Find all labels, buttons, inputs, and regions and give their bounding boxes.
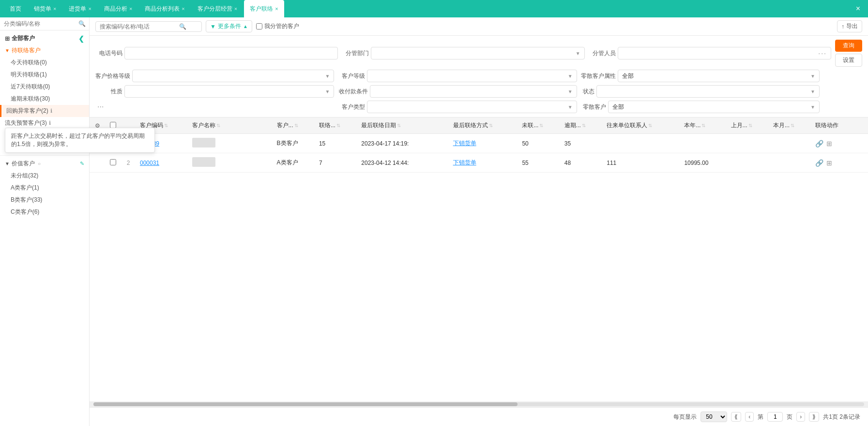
nav-close-sales[interactable]: × (53, 6, 56, 12)
nav-item-customer-contact[interactable]: 客户联络 × (244, 0, 284, 17)
action-grid-icon-1[interactable]: ⊞ (826, 140, 832, 147)
col-overdue[interactable]: 逾期... ⇅ (561, 118, 603, 134)
nature-select[interactable]: ▼ (124, 85, 334, 98)
sidebar-item-tomorrow[interactable]: 明天待联络(1) (0, 69, 89, 81)
filter-field-manager: 分管人员 ··· (589, 47, 831, 59)
dept-select[interactable]: ▼ (371, 47, 584, 59)
sort-icon-contact: ⇅ (336, 123, 340, 128)
filter-field-retail-attr: 零散客户属性 全部 ▼ (581, 70, 820, 82)
search-icon[interactable]: 🔍 (78, 20, 86, 27)
cust-level-select[interactable]: ▼ (367, 70, 577, 82)
filter-bar: 🔍 ▼ 更多条件 ▲ 我分管的客户 ↑ 导出 (90, 17, 868, 36)
cell-pending-1: 50 (518, 134, 560, 153)
row-checkbox-2[interactable] (110, 159, 116, 165)
cell-code-2[interactable]: 000031 (136, 153, 188, 173)
cell-settings-2 (90, 153, 105, 173)
col-this-year[interactable]: 本年... ⇅ (680, 118, 727, 134)
page-number-input[interactable] (767, 412, 783, 422)
cell-last-month-1 (727, 134, 769, 153)
nav-close-customer-contact[interactable]: × (275, 6, 278, 12)
sidebar-value-customers-header[interactable]: ▼ 价值客户 ○ ✎ (0, 158, 89, 170)
sidebar-item-classB[interactable]: B类客户(33) (0, 194, 89, 206)
table-row: 1 000039 B类客户 15 (90, 134, 868, 153)
sidebar-item-overdue[interactable]: 逾期未联络(30) (0, 93, 89, 105)
retail-cust-select[interactable]: 全部 ▼ (608, 101, 820, 113)
advanced-filter: 电话号码 分管部门 ▼ 分管 (90, 36, 868, 118)
content-area: 🔍 ▼ 更多条件 ▲ 我分管的客户 ↑ 导出 电 (90, 17, 868, 426)
action-link-icon-1[interactable]: 🔗 (815, 140, 823, 147)
sidebar-item-rebuy-abnormal[interactable]: 回购异常客户(2) ℹ (0, 105, 89, 117)
filter-field-nature: 性质 ▼ (95, 85, 334, 98)
sort-icon-code: ⇅ (164, 123, 168, 128)
edit-icon[interactable]: ✎ (80, 161, 84, 167)
cell-contact-1: 15 (315, 134, 357, 153)
action-grid-icon-2[interactable]: ⊞ (826, 159, 832, 167)
sort-icon-name: ⇅ (216, 123, 220, 128)
nav-item-customer-segment[interactable]: 客户分层经营 × (192, 0, 243, 17)
status-select[interactable]: ▼ (596, 85, 820, 98)
settings-button[interactable]: 设置 (835, 54, 862, 67)
manager-select[interactable]: ··· (618, 47, 831, 59)
my-customers-check[interactable] (256, 23, 262, 29)
nav-item-analysis-list[interactable]: 商品分析列表 × (139, 0, 190, 17)
select-all-checkbox[interactable] (110, 122, 116, 128)
col-last-contact-date[interactable]: 最后联络日期 ⇅ (357, 118, 449, 134)
sidebar-item-unGrouped[interactable]: 未分组(32) (0, 170, 89, 182)
sidebar-item-classA[interactable]: A类客户(1) (0, 182, 89, 194)
col-name[interactable]: 客户名称 ⇅ (188, 118, 273, 134)
search-icon-filter[interactable]: 🔍 (179, 23, 186, 30)
cell-last-contact-way-2[interactable]: 下销货单 (449, 153, 518, 173)
nav-close-analysis-list[interactable]: × (182, 6, 184, 12)
sidebar-item-classC[interactable]: C类客户(6) (0, 206, 89, 218)
filter-field-dept: 分管部门 ▼ (342, 47, 584, 59)
col-last-month[interactable]: 上月... ⇅ (727, 118, 769, 134)
horizontal-scrollbar[interactable] (90, 401, 868, 407)
sidebar-item-today[interactable]: 今天待联络(0) (0, 57, 89, 69)
sort-icon-way: ⇅ (489, 123, 493, 128)
more-dots-button[interactable]: ··· (95, 103, 106, 111)
first-page-button[interactable]: ⟪ (731, 412, 741, 422)
col-pending[interactable]: 未联... ⇅ (518, 118, 560, 134)
cell-checkbox-2[interactable] (105, 153, 121, 173)
action-buttons: 查询 设置 (835, 40, 862, 67)
payment-select[interactable]: ▼ (370, 85, 577, 98)
next-page-button[interactable]: › (796, 412, 805, 422)
cell-last-contact-way-1[interactable]: 下销货单 (449, 134, 518, 153)
phone-input[interactable] (124, 47, 338, 59)
nav-close-customer-segment[interactable]: × (234, 6, 237, 12)
prev-page-button[interactable]: ‹ (745, 412, 754, 422)
nav-item-home[interactable]: 首页 (4, 0, 27, 17)
action-link-icon-2[interactable]: 🔗 (815, 159, 823, 167)
nav-item-purchase[interactable]: 进货单 × (63, 0, 97, 17)
retail-attr-select[interactable]: 全部 ▼ (618, 70, 820, 82)
window-close-button[interactable]: × (852, 4, 864, 13)
cust-type-select[interactable]: ▼ (367, 101, 577, 113)
sort-icon-level: ⇅ (294, 123, 298, 128)
col-level[interactable]: 客户... ⇅ (273, 118, 315, 134)
col-unit-contact[interactable]: 往来单位联系人 ⇅ (603, 118, 680, 134)
export-button[interactable]: ↑ 导出 (837, 20, 862, 32)
query-button[interactable]: 查询 (835, 40, 862, 52)
col-this-month[interactable]: 本月... ⇅ (769, 118, 811, 134)
col-last-contact-way[interactable]: 最后联络方式 ⇅ (449, 118, 518, 134)
per-page-select[interactable]: 50 100 (700, 411, 727, 422)
nav-item-analysis[interactable]: 商品分析 × (98, 0, 138, 17)
nav-item-sales[interactable]: 销货单 × (28, 0, 62, 17)
sidebar-pending-group-title[interactable]: ▼ 待联络客户 (0, 44, 89, 57)
nav-close-purchase[interactable]: × (88, 6, 91, 12)
last-page-button[interactable]: ⟫ (809, 412, 819, 422)
my-customers-checkbox[interactable]: 我分管的客户 (256, 22, 299, 30)
top-nav: 首页 销货单 × 进货单 × 商品分析 × 商品分析列表 × 客户分层经营 × … (0, 0, 868, 17)
sidebar-collapse-icon[interactable]: ❮ (78, 35, 84, 43)
filter-search-input[interactable] (100, 23, 177, 30)
cell-action-1: 🔗 ⊞ (811, 134, 868, 153)
price-level-select[interactable]: ▼ (132, 70, 334, 82)
cell-last-month-2 (727, 153, 769, 173)
more-conditions-button[interactable]: ▼ 更多条件 ▲ (206, 20, 252, 32)
sidebar-search-input[interactable] (4, 20, 76, 27)
cell-action-2: 🔗 ⊞ (811, 153, 868, 173)
nav-close-analysis[interactable]: × (129, 6, 132, 12)
col-contact[interactable]: 联络... ⇅ (315, 118, 357, 134)
sidebar-item-7days[interactable]: 近7天待联络(0) (0, 81, 89, 93)
sort-icon-overdue: ⇅ (582, 123, 586, 128)
